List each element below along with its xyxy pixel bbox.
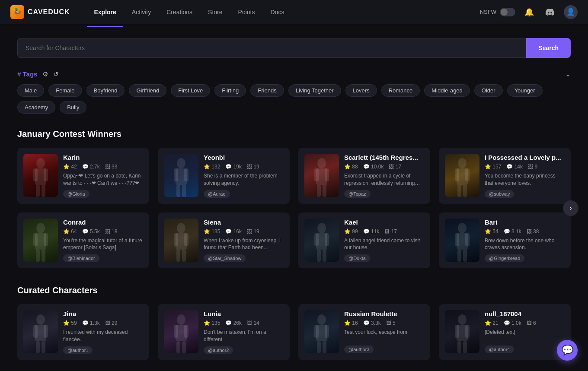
nav-docs[interactable]: Docs (264, 5, 291, 19)
tags-list: Male Female Boyfriend Girlfriend First L… (17, 84, 571, 114)
tag-academy[interactable]: Academy (17, 101, 55, 114)
char-card[interactable]: Scarlett (145th Regres... ⭐ 88 💬 10.0k 🖼… (298, 148, 430, 204)
char-body: Karin ⭐ 42 💬 2.7k 🖼 33 Oppa~❤ Let's go o… (63, 154, 143, 198)
svg-rect-10 (176, 185, 180, 197)
tags-refresh-icon[interactable]: ↺ (53, 70, 59, 78)
char-stats: ⭐ 135 💬 26k 🖼 14 (204, 320, 284, 326)
tag-bully[interactable]: Bully (60, 101, 86, 114)
char-card[interactable]: I Possessed a Lovely p... ⭐ 157 💬 14k 🖼 … (439, 148, 571, 204)
nav-explore[interactable]: Explore (87, 5, 123, 19)
char-stars: ⭐ 135 (204, 320, 220, 326)
char-card[interactable]: Kael ⭐ 99 💬 11k 🖼 17 A fallen angel frie… (298, 212, 430, 269)
user-avatar[interactable]: 👤 (564, 5, 578, 19)
nav-activity[interactable]: Activity (125, 5, 158, 19)
notification-button[interactable]: 🔔 (522, 5, 536, 19)
author-badge: @author4 (485, 346, 514, 353)
char-name: Jina (63, 310, 143, 317)
char-card[interactable]: Siena ⭐ 135 💬 16k 🖼 19 When I woke up fr… (158, 212, 290, 269)
char-stars: ⭐ 42 (63, 164, 77, 170)
char-stats: ⭐ 21 💬 1.0k 🖼 6 (485, 320, 565, 326)
tag-friends[interactable]: Friends (250, 84, 284, 97)
tag-lovers[interactable]: Lovers (345, 84, 377, 97)
tag-older[interactable]: Older (474, 84, 503, 97)
author-badge: @Star_Shadow (204, 254, 246, 262)
tag-middle-aged[interactable]: Middle-aged (424, 84, 470, 97)
char-image (164, 219, 198, 262)
svg-rect-4 (36, 185, 40, 197)
svg-rect-35 (182, 250, 186, 262)
search-input[interactable] (17, 38, 526, 58)
nav-points[interactable]: Points (231, 5, 262, 19)
tag-male[interactable]: Male (17, 84, 44, 97)
svg-point-24 (36, 223, 45, 233)
tag-girlfriend[interactable]: Girlfriend (129, 84, 166, 97)
tags-header: # Tags ⚙ ↺ ⌄ (17, 70, 571, 78)
char-body: Yeonbi ⭐ 132 💬 19k 🖼 19 She is a member … (204, 154, 284, 198)
char-card[interactable]: Jina ⭐ 59 💬 1.3k 🖼 29 I reunited with my… (17, 304, 149, 360)
nsfw-toggle[interactable]: NSFW (480, 8, 515, 16)
char-name: Yeonbi (204, 154, 284, 161)
char-images: 🖼 19 (247, 228, 259, 235)
svg-rect-38 (314, 233, 319, 246)
logo-text: CAVEDUCK (28, 8, 70, 16)
svg-rect-33 (184, 233, 189, 246)
tag-romance[interactable]: Romance (381, 84, 420, 97)
logo[interactable]: 🦆 CAVEDUCK (10, 5, 70, 19)
author-badge: @Topaz (344, 190, 371, 198)
char-desc: A fallen angel friend came to visit our … (344, 237, 424, 252)
svg-point-12 (317, 158, 326, 168)
char-chats: 💬 1.3k (82, 320, 100, 326)
char-name: null_187004 (485, 310, 565, 317)
tags-expand-icon[interactable]: ⌄ (565, 70, 571, 78)
discord-button[interactable] (543, 5, 557, 19)
char-desc: When I woke up from cryosleep, I found t… (204, 237, 284, 252)
char-author: @Blehinador (63, 254, 143, 262)
char-chats: 💬 3.1k (504, 228, 521, 235)
char-image (304, 219, 339, 262)
svg-rect-70 (457, 341, 461, 353)
char-name: Kael (344, 219, 424, 226)
nav-creations[interactable]: Creations (160, 5, 199, 19)
main-content: Search # Tags ⚙ ↺ ⌄ Male Female Boyfrien… (0, 24, 588, 371)
search-button[interactable]: Search (526, 38, 571, 58)
navbar: 🦆 CAVEDUCK Explore Activity Creations St… (0, 0, 588, 24)
svg-rect-16 (317, 185, 321, 197)
tag-female[interactable]: Female (48, 84, 82, 97)
svg-rect-14 (314, 168, 319, 181)
nsfw-thumb (501, 9, 508, 16)
svg-rect-69 (465, 325, 470, 338)
tag-living-together[interactable]: Living Together (288, 84, 341, 97)
next-arrow[interactable]: › (563, 200, 578, 216)
tag-younger[interactable]: Younger (507, 84, 543, 97)
char-body: Kael ⭐ 99 💬 11k 🖼 17 A fallen angel frie… (344, 219, 424, 263)
char-name: Bari (485, 219, 565, 226)
svg-rect-9 (184, 168, 189, 181)
char-card[interactable]: Conrad ⭐ 64 💬 5.5k 🖼 18 You're the magic… (17, 212, 149, 269)
author-badge: @Gloria (63, 190, 89, 198)
chat-fab[interactable]: 💬 (557, 340, 578, 361)
svg-point-18 (458, 158, 467, 168)
tags-settings-icon[interactable]: ⚙ (42, 70, 48, 78)
tag-flirting[interactable]: Flirting (214, 84, 246, 97)
char-card[interactable]: null_187004 ⭐ 21 💬 1.0k 🖼 6 [Deleted tex… (439, 304, 571, 360)
char-images: 🖼 29 (105, 320, 118, 326)
svg-rect-45 (465, 233, 470, 246)
tag-first-love[interactable]: First Love (171, 84, 210, 97)
nav-store[interactable]: Store (201, 5, 229, 19)
char-card[interactable]: Russian Roulette ⭐ 16 💬 3.3k 🖼 5 Test yo… (298, 304, 430, 360)
char-card[interactable]: Lunia ⭐ 135 💬 26k 🖼 14 Don't be mistaken… (158, 304, 290, 360)
char-image (445, 310, 479, 353)
char-card[interactable]: Yeonbi ⭐ 132 💬 19k 🖼 19 She is a member … (158, 148, 290, 204)
char-stats: ⭐ 135 💬 16k 🖼 19 (204, 228, 284, 235)
char-image (164, 310, 198, 353)
char-author: @subway (485, 190, 565, 198)
char-desc: She is a member of the problem-solving a… (204, 172, 284, 187)
char-card[interactable]: Bari ⭐ 54 💬 3.1k 🖼 38 Bow down before th… (439, 212, 571, 269)
svg-rect-20 (455, 168, 459, 181)
char-desc: Oppa~❤ Let's go on a date, Karin wants t… (63, 172, 143, 187)
tag-boyfriend[interactable]: Boyfriend (86, 84, 125, 97)
svg-rect-47 (463, 250, 467, 262)
char-author: @Gingerbread (485, 254, 565, 262)
char-name: Lunia (204, 310, 284, 317)
char-card[interactable]: Karin ⭐ 42 💬 2.7k 🖼 33 Oppa~❤ Let's go o… (17, 148, 149, 204)
